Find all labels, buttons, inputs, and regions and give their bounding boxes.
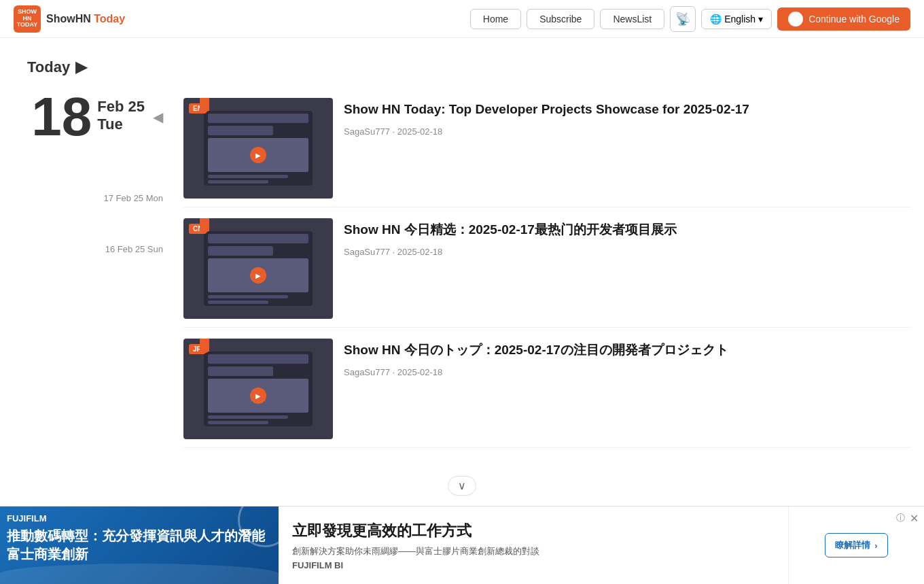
logo: SHOW HN TODAY [14,5,41,33]
google-btn-label: Continue with Google [808,14,900,24]
translate-icon: 🌐 [710,14,722,24]
article-author-1: SagaSu777 [344,126,390,137]
article-date-3: 2025-02-18 [397,367,443,377]
article-thumb-wrap-1: EN ▶ [183,98,333,199]
article-author-2: SagaSu777 [344,247,390,257]
home-button[interactable]: Home [470,9,521,29]
date-weekday: Tue [97,116,145,133]
navbar-right: Home Subscribe NewsList 📡 🌐 English ▾ G … [470,6,910,32]
article-card-1: EN ▶ [183,90,910,207]
article-meta-1: SagaSu777 · 2025-02-18 [344,126,910,137]
brand-name-text: ShowHN [46,13,91,24]
date-text: Feb 25 Tue [97,90,145,133]
date-prev-arrow[interactable]: ◀ [153,109,163,125]
article-info-2: Show HN 今日精选：2025-02-17最热门的开发者项目展示 SagaS… [344,218,910,257]
article-card-3: JP ▶ [183,330,910,448]
articles-list: EN ▶ [177,90,910,448]
section-arrow-icon: ▶ [75,58,87,76]
subscribe-button[interactable]: Subscribe [527,9,594,29]
section-heading: Today ▶ [0,52,924,90]
date-main: 18 Feb 25 Tue ◀ [31,90,163,144]
date-prev-links: 17 Feb 25 Mon 16 Feb 25 Sun [104,193,163,254]
brand-name: ShowHN Today [46,13,125,25]
article-date-1: 2025-02-18 [397,126,443,137]
date-number: 18 [31,90,92,144]
newslist-button[interactable]: NewsList [600,9,664,29]
rss-icon: 📡 [675,12,690,27]
bookmark-icon-3 [200,339,209,354]
article-card-2: CN ▶ [183,210,910,328]
content-area: 18 Feb 25 Tue ◀ 17 Feb 25 Mon 16 Feb 25 … [0,90,924,448]
article-title-1[interactable]: Show HN Today: Top Developer Projects Sh… [344,101,910,118]
article-thumbnail-3[interactable]: ▶ [183,339,333,439]
article-title-2[interactable]: Show HN 今日精选：2025-02-17最热门的开发者项目展示 [344,221,910,239]
google-signin-button[interactable]: G Continue with Google [777,7,910,31]
article-title-3[interactable]: Show HN 今日のトップ：2025-02-17の注目の開発者プロジェクト [344,341,910,359]
bookmark-icon-1 [200,98,209,113]
navbar-left: SHOW HN TODAY ShowHN Today [14,5,125,33]
article-author-3: SagaSu777 [344,367,390,377]
article-info-1: Show HN Today: Top Developer Projects Sh… [344,98,910,137]
prev-date-1[interactable]: 17 Feb 25 Mon [104,193,163,203]
article-meta-3: SagaSu777 · 2025-02-18 [344,367,910,377]
section-title: Today [27,58,70,76]
article-thumb-wrap-3: JP ▶ [183,339,333,439]
language-label: English [724,14,756,24]
main-content: Today ▶ 18 Feb 25 Tue ◀ 17 Feb 25 Mon 16… [0,38,924,462]
chevron-down-icon: ▾ [758,14,763,24]
language-button[interactable]: 🌐 English ▾ [701,9,772,29]
prev-date-2[interactable]: 16 Feb 25 Sun [105,244,163,254]
google-icon: G [788,12,803,27]
logo-text: SHOW HN TODAY [14,9,41,29]
navbar: SHOW HN TODAY ShowHN Today Home Subscrib… [0,0,924,38]
brand-today: Today [94,13,125,24]
rss-button[interactable]: 📡 [670,6,696,32]
bookmark-icon-2 [200,218,209,233]
article-thumb-wrap-2: CN ▶ [183,218,333,319]
date-sidebar: 18 Feb 25 Tue ◀ 17 Feb 25 Mon 16 Feb 25 … [14,90,177,448]
date-month: Feb 25 [97,98,145,116]
article-date-2: 2025-02-18 [397,247,443,257]
article-info-3: Show HN 今日のトップ：2025-02-17の注目の開発者プロジェクト S… [344,339,910,377]
article-meta-2: SagaSu777 · 2025-02-18 [344,247,910,257]
